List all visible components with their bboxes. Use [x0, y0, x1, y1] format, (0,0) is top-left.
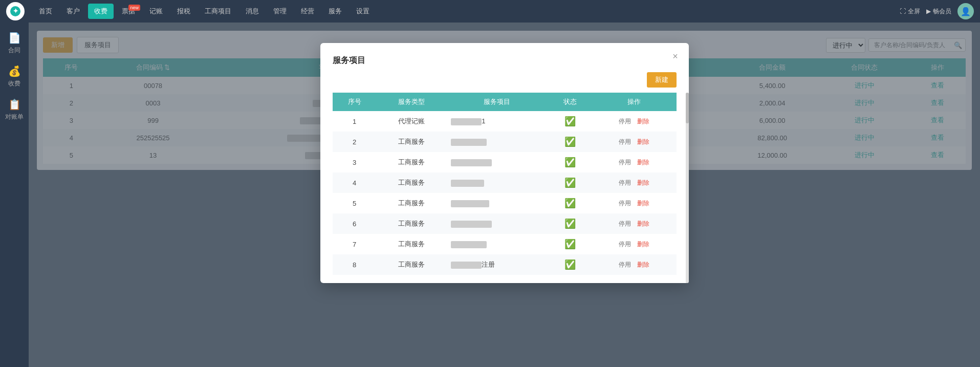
- modal-cell-op: 停用 删除: [592, 193, 677, 213]
- nav-manage[interactable]: 管理: [267, 4, 293, 19]
- fee-icon: 💰: [8, 65, 21, 77]
- modal-cell-op: 停用 删除: [592, 152, 677, 172]
- disable-btn[interactable]: 停用: [619, 138, 631, 145]
- modal-table-row: 7 工商服务 ✅ 停用 删除: [333, 234, 677, 254]
- avatar[interactable]: 👤: [957, 3, 974, 19]
- disable-btn[interactable]: 停用: [619, 159, 631, 166]
- disable-btn[interactable]: 停用: [619, 220, 631, 227]
- nav-right: ⛶ 全屏 ▶ 畅会员 👤: [900, 3, 974, 19]
- modal-cell-item: [446, 132, 548, 152]
- delete-btn[interactable]: 删除: [637, 220, 649, 227]
- modal-cell-type: 工商服务: [377, 172, 446, 193]
- modal-cell-item: [446, 234, 548, 254]
- disable-btn[interactable]: 停用: [619, 261, 631, 268]
- modal-close-btn[interactable]: ×: [669, 50, 682, 62]
- modal-cell-status: ✅: [548, 254, 592, 275]
- modal-cell-op: 停用 删除: [592, 111, 677, 132]
- top-nav: ✦ 首页 客户 收费 票据 new 记账 报税 工商项目 消息 管理 经营 服务…: [0, 0, 980, 23]
- modal-cell-op: 停用 删除: [592, 172, 677, 193]
- nav-settings[interactable]: 设置: [350, 4, 376, 19]
- sidebar-item-fee[interactable]: 💰 收费: [0, 60, 29, 93]
- modal-table-wrap: 序号 服务类型 服务项目 状态 操作 1 代理记账 1 ✅ 停用 删除 2 工商…: [320, 93, 689, 283]
- sidebar-item-statement[interactable]: 📋 对账单: [0, 93, 29, 126]
- modal-title: 服务项目: [333, 55, 677, 66]
- modal-cell-op: 停用 删除: [592, 234, 677, 254]
- modal-col-status: 状态: [548, 93, 592, 111]
- modal-table-row: 4 工商服务 ✅ 停用 删除: [333, 172, 677, 193]
- modal-cell-type: 工商服务: [377, 132, 446, 152]
- nav-home[interactable]: 首页: [33, 4, 58, 19]
- modal-col-no: 序号: [333, 93, 377, 111]
- modal-cell-no: 2: [333, 132, 377, 152]
- modal-cell-status: ✅: [548, 152, 592, 172]
- nav-service[interactable]: 服务: [322, 4, 348, 19]
- modal-toolbar: 新建: [333, 72, 677, 88]
- modal-cell-item: [446, 172, 548, 193]
- nav-operation[interactable]: 经营: [295, 4, 320, 19]
- status-check-icon: ✅: [564, 219, 576, 229]
- modal-table-row: 8 工商服务 注册 ✅ 停用 删除: [333, 254, 677, 275]
- disable-btn[interactable]: 停用: [619, 179, 631, 186]
- logo[interactable]: ✦: [6, 2, 25, 20]
- modal-col-type: 服务类型: [377, 93, 446, 111]
- modal-table-row: 1 代理记账 1 ✅ 停用 删除: [333, 111, 677, 132]
- nav-message[interactable]: 消息: [239, 4, 265, 19]
- status-check-icon: ✅: [564, 157, 576, 167]
- modal-cell-op: 停用 删除: [592, 132, 677, 152]
- modal-cell-status: ✅: [548, 172, 592, 193]
- status-check-icon: ✅: [564, 260, 576, 270]
- modal-table-row: 3 工商服务 ✅ 停用 删除: [333, 152, 677, 172]
- modal-cell-type: 工商服务: [377, 234, 446, 254]
- nav-invoice[interactable]: 票据 new: [116, 4, 141, 19]
- modal-cell-no: 1: [333, 111, 377, 132]
- disable-btn[interactable]: 停用: [619, 241, 631, 248]
- modal-cell-item: 1: [446, 111, 548, 132]
- modal-cell-no: 4: [333, 172, 377, 193]
- modal-cell-item: [446, 152, 548, 172]
- nav-bizproject[interactable]: 工商项目: [199, 4, 237, 19]
- modal-table-row: 5 工商服务 ✅ 停用 删除: [333, 193, 677, 213]
- nav-fee[interactable]: 收费: [88, 4, 114, 19]
- contract-icon: 📄: [8, 32, 21, 44]
- status-check-icon: ✅: [564, 198, 576, 208]
- nav-bookkeeping[interactable]: 记账: [143, 4, 169, 19]
- sidebar-item-contract[interactable]: 📄 合同: [0, 27, 29, 60]
- delete-btn[interactable]: 删除: [637, 200, 649, 207]
- modal-cell-no: 8: [333, 254, 377, 275]
- delete-btn[interactable]: 删除: [637, 261, 649, 268]
- modal-col-op: 操作: [592, 93, 677, 111]
- delete-btn[interactable]: 删除: [637, 118, 649, 125]
- nav-tax[interactable]: 报税: [171, 4, 197, 19]
- nav-items: 首页 客户 收费 票据 new 记账 报税 工商项目 消息 管理 经营 服务 设…: [33, 4, 900, 19]
- modal-cell-no: 6: [333, 213, 377, 234]
- modal-cell-status: ✅: [548, 193, 592, 213]
- delete-btn[interactable]: 删除: [637, 179, 649, 186]
- modal-cell-type: 代理记账: [377, 111, 446, 132]
- svg-text:✦: ✦: [13, 7, 18, 15]
- scrollbar-track: [686, 93, 689, 283]
- scrollbar-thumb: [686, 93, 689, 123]
- modal-col-item: 服务项目: [446, 93, 548, 111]
- disable-btn[interactable]: 停用: [619, 118, 631, 125]
- disable-btn[interactable]: 停用: [619, 200, 631, 207]
- delete-btn[interactable]: 删除: [637, 159, 649, 166]
- modal-cell-type: 工商服务: [377, 213, 446, 234]
- modal-cell-no: 3: [333, 152, 377, 172]
- modal-cell-item: [446, 213, 548, 234]
- statement-icon: 📋: [8, 98, 21, 111]
- delete-btn[interactable]: 删除: [637, 241, 649, 248]
- nav-client[interactable]: 客户: [60, 4, 86, 19]
- delete-btn[interactable]: 删除: [637, 138, 649, 145]
- modal-new-btn[interactable]: 新建: [647, 72, 677, 88]
- modal-cell-status: ✅: [548, 234, 592, 254]
- modal-cell-item: [446, 193, 548, 213]
- modal-cell-item: 注册: [446, 254, 548, 275]
- status-check-icon: ✅: [564, 137, 576, 147]
- modal-cell-type: 工商服务: [377, 193, 446, 213]
- fullscreen-btn[interactable]: ⛶ 全屏: [900, 7, 920, 16]
- service-modal: × 服务项目 新建 序号 服务类型 服务项目 状态 操作 1 代理记账 1: [320, 43, 689, 283]
- modal-cell-type: 工商服务: [377, 152, 446, 172]
- status-check-icon: ✅: [564, 178, 576, 188]
- modal-cell-op: 停用 删除: [592, 254, 677, 275]
- vip-btn[interactable]: ▶ 畅会员: [926, 7, 951, 16]
